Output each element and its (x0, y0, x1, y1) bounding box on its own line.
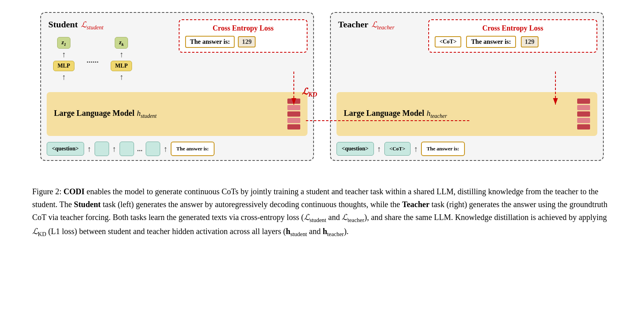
student-token-answer: The answer is: (171, 142, 215, 156)
teacher-cel-box: Cross Entropy Loss <CoT> The answer is: … (428, 19, 597, 53)
teacher-title: Teacher (338, 19, 368, 30)
teacher-loss-sub: teacher (377, 24, 394, 31)
up-arrow-mlpk: ↑ (120, 73, 124, 81)
teacher-h-sub: teacher (431, 113, 447, 119)
teacher-answer-text: The answer is: (466, 36, 516, 48)
teacher-h-label: hteacher (427, 109, 447, 119)
h-block-1 (287, 99, 300, 104)
student-token-2 (120, 142, 134, 156)
student-cel-box: Cross Entropy Loss The answer is: 129 (179, 19, 308, 53)
token-dots: ... (137, 145, 143, 153)
t-h-block-4 (577, 118, 590, 123)
teacher-answer-number: 129 (521, 36, 539, 47)
up-arrow-zk: ↑ (120, 50, 124, 58)
student-token-3 (146, 142, 160, 156)
teacher-h-stack (577, 99, 590, 130)
h-block-5 (287, 124, 300, 130)
student-title: Student (48, 19, 78, 30)
student-zk-col: zk ↑ MLP ↑ (111, 37, 132, 81)
caption-l-student: ℒ (304, 213, 310, 222)
student-answer-number: 129 (238, 36, 256, 47)
student-h-sub: student (141, 113, 157, 119)
kd-label: ℒKD (302, 86, 317, 98)
teacher-panel: Teacher ℒteacher Cross Entropy Loss <CoT… (330, 12, 604, 161)
student-answer-text: The answer is: (185, 36, 235, 48)
caption-teacher-bold: Teacher (402, 200, 429, 209)
t-arrow-up-q: ↑ (377, 145, 381, 153)
student-panel: Student ℒstudent Cross Entropy Loss The … (40, 12, 314, 161)
student-z1-col: z1 ↑ MLP ↑ (53, 37, 74, 81)
teacher-token-cot: <CoT> (384, 142, 411, 156)
student-token-question: <question> (47, 142, 84, 156)
teacher-llm-title: Large Language Model (344, 109, 424, 118)
up-arrow-mlp1: ↑ (62, 73, 66, 81)
teacher-token-answer: The answer is: (421, 142, 465, 156)
caption-text2: task (left) generates the answer by auto… (101, 200, 402, 209)
student-loss-label: ℒstudent (81, 20, 103, 31)
student-mlp2: MLP (111, 61, 132, 71)
caption-codi: CODI (64, 187, 85, 196)
t-h-block-1 (577, 99, 590, 104)
caption-prefix: Figure 2: (32, 187, 64, 196)
teacher-token-question: <question> (336, 142, 374, 156)
arrow-up-3: ↑ (163, 145, 167, 153)
teacher-llm-row: Large Language Model hteacher (336, 92, 597, 136)
teacher-cel-title: Cross Entropy Loss (435, 24, 591, 33)
figure-caption: Figure 2: CODI enables the model to gene… (24, 185, 620, 239)
h-block-2 (287, 105, 300, 110)
teacher-loss-label: ℒteacher (372, 20, 394, 31)
t-arrow-up-cot: ↑ (414, 145, 418, 153)
arrow-up-1: ↑ (112, 145, 116, 153)
dots-separator: ...... (87, 56, 99, 81)
caption-student-bold: Student (74, 200, 101, 209)
student-tokens-row: <question> ↑ ↑ ... ↑ The answer is: (47, 142, 308, 156)
caption-l-student-sub: student (310, 217, 326, 223)
teacher-cot-box: <CoT> (435, 36, 461, 47)
h-block-3 (287, 111, 300, 117)
student-llm-title: Large Language Model (54, 109, 134, 118)
student-mlp1: MLP (53, 61, 74, 71)
t-h-block-5 (577, 124, 590, 130)
arrow-up-q: ↑ (87, 145, 91, 153)
student-cel-title: Cross Entropy Loss (185, 24, 301, 33)
student-zk-label: zk (115, 37, 128, 49)
h-block-4 (287, 118, 300, 123)
student-h-stack (287, 99, 300, 130)
student-z1-label: z1 (57, 37, 70, 49)
student-llm-row: Large Language Model hstudent (47, 92, 308, 136)
teacher-tokens-row: <question> ↑ <CoT> ↑ The answer is: (336, 142, 597, 156)
t-h-block-3 (577, 111, 590, 117)
student-h-label: hstudent (137, 109, 157, 119)
up-arrow-z1: ↑ (62, 50, 66, 58)
student-token-1 (95, 142, 109, 156)
student-loss-sub: student (87, 24, 103, 31)
t-h-block-2 (577, 105, 590, 110)
